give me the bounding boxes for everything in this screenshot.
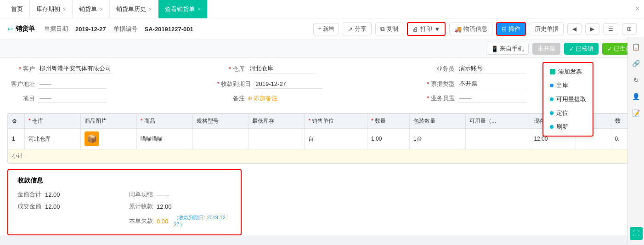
transaction-value: 12.00: [45, 203, 60, 210]
dropdown-menu: 添加发票 出库 可用量提取 定位 刷新: [542, 62, 593, 137]
current-due-label: 本单欠款: [129, 217, 153, 225]
add-remark-button[interactable]: ⊕ 添加备注: [248, 94, 278, 103]
tab-inventory-init[interactable]: 库存期初 ×: [30, 0, 73, 18]
action-row: 📱 来自手机 未开票 ✓ 已核销 ✓ 已生效: [0, 40, 644, 58]
right-icon-doc[interactable]: 📋: [630, 40, 643, 53]
tab-home[interactable]: 首页: [5, 0, 30, 18]
right-icon-note[interactable]: 📝: [630, 107, 643, 120]
nav-next-button[interactable]: ▶: [585, 23, 599, 34]
tab-sales-order[interactable]: 销货单 ×: [73, 0, 109, 18]
add-remark-label: 添加备注: [254, 95, 277, 102]
locate-dot-icon: [550, 111, 554, 115]
print-label: 打印: [420, 25, 432, 33]
toolbar: + 新增 ↗ 分享 ⧉ 复制 🖨 打印 ▼ 🚚: [313, 22, 637, 36]
cell-warehouse: 河北仓库: [25, 129, 81, 149]
col-product: 商品: [136, 114, 192, 129]
staff-label: 业务员盂: [427, 94, 455, 103]
right-icon-link[interactable]: 🔗: [630, 57, 643, 70]
nav-prev-button[interactable]: ◀: [567, 23, 582, 34]
verified-button[interactable]: ✓ 已核销: [564, 43, 599, 55]
operation-icon: ⊞: [502, 26, 507, 33]
date-value: 2019-12-27: [75, 26, 106, 33]
history-button[interactable]: 历史单据: [530, 23, 564, 35]
copy-label: 复制: [386, 25, 398, 33]
tab-sales-history[interactable]: 销货单历史 ×: [110, 0, 158, 18]
remark-field: 备注 ⊕ 添加备注: [217, 94, 427, 103]
right-icon-refresh[interactable]: ↻: [630, 74, 643, 86]
cell-img: 📦: [80, 129, 136, 149]
close-icon-4[interactable]: ×: [198, 6, 200, 12]
logistics-button[interactable]: 🚚 物流信息: [449, 23, 492, 35]
outbound-label: 出库: [556, 81, 568, 90]
available-qty-dot-icon: [550, 97, 554, 101]
col-unit: 销售单位: [305, 114, 367, 129]
share-label: 分享: [355, 25, 367, 33]
cell-available: [465, 129, 530, 149]
transaction-item: 成交金额 12.00: [17, 202, 120, 211]
summary-box: 收款信息 金额合计 12.00 同单现结 —— 成交金额 12.00 累计收款 …: [7, 169, 242, 235]
copy-button[interactable]: ⧉ 复制: [375, 23, 403, 35]
warehouse-field: 仓库 河北仓库: [217, 63, 427, 74]
refresh-label: 刷新: [556, 123, 568, 131]
customer-value: 柳州粤港平安气体有限公司: [38, 63, 113, 74]
summary-title: 收款信息: [17, 177, 232, 185]
subtotal-label: 小计: [8, 149, 636, 163]
address-label: 客户地址: [7, 80, 35, 88]
tab-view-sales[interactable]: 查看销货单 ×: [158, 0, 207, 18]
product-table: ⚙ 仓库 商品图片 商品 规格型号 最低库存 销售单位 数量 包装数量 可用量（…: [8, 114, 636, 163]
address-value: ——: [38, 80, 107, 89]
col-available: 可用量（...: [465, 114, 530, 129]
right-icon-user[interactable]: 👤: [630, 90, 643, 103]
dropdown-outbound[interactable]: 出库: [543, 79, 593, 92]
window-close-icon[interactable]: ×: [635, 5, 639, 13]
not-open-button[interactable]: 未开票: [532, 43, 560, 55]
project-value: ——: [38, 94, 107, 103]
from-phone-button[interactable]: 📱 来自手机: [486, 43, 529, 55]
refresh-dot-icon: [550, 125, 554, 129]
cell-spec: [192, 129, 249, 149]
cumulative-label: 累计收款: [129, 202, 153, 211]
history-label: 历史单据: [535, 25, 559, 33]
cell-min-stock: [249, 129, 305, 149]
print-dropdown-arrow[interactable]: ▼: [434, 26, 440, 33]
copy-icon: ⧉: [380, 25, 384, 33]
cell-qty: 1.00: [367, 129, 410, 149]
col-pkg-qty: 包装数量: [409, 114, 465, 129]
dropdown-available-qty[interactable]: 可用量提取: [543, 92, 593, 106]
not-open-label: 未开票: [537, 45, 555, 53]
due-date-field: 收款到期日 2019-12-27: [217, 80, 427, 89]
tab-view-sales-label: 查看销货单: [165, 5, 195, 13]
operation-label: 操作: [508, 25, 520, 33]
view-list-button[interactable]: ☰: [603, 23, 618, 34]
current-due-value: 0.00: [157, 218, 168, 225]
staff-field: 业务员盂 ——: [427, 94, 637, 103]
dropdown-locate[interactable]: 定位: [543, 106, 593, 120]
col-warehouse: 仓库: [25, 114, 81, 129]
cell-pkg-qty: 1台: [409, 129, 465, 149]
right-panel: 📋 🔗 ↻ 👤 📝 ⛶: [627, 37, 644, 244]
print-button[interactable]: 🖨 打印 ▼: [407, 22, 446, 36]
view-grid-button[interactable]: ⊞: [622, 23, 637, 34]
warehouse-label: 仓库: [217, 65, 245, 73]
staff-value: ——: [458, 94, 526, 103]
operation-button[interactable]: ⊞ 操作: [496, 22, 526, 36]
dropdown-refresh[interactable]: 刷新: [543, 120, 593, 134]
customer-label: 客户: [7, 65, 35, 73]
right-icon-expand[interactable]: ⛶: [630, 227, 643, 240]
col-img: 商品图片: [80, 114, 136, 129]
close-icon-3[interactable]: ×: [149, 6, 152, 12]
plus-icon: ⊕: [248, 95, 252, 102]
share-button[interactable]: ↗ 分享: [343, 23, 372, 35]
cell-unit: 台: [305, 129, 367, 149]
doc-title: 销货单: [16, 25, 35, 33]
address-field: 客户地址 ——: [7, 80, 217, 89]
tab-bar: 首页 库存期初 × 销货单 × 销货单历史 × 查看销货单 × ×: [0, 0, 644, 18]
close-icon-2[interactable]: ×: [100, 6, 102, 12]
total-amount-value: 12.00: [45, 191, 60, 198]
new-button[interactable]: + 新增: [313, 23, 339, 35]
table-header-row: ⚙ 仓库 商品图片 商品 规格型号 最低库存 销售单位 数量 包装数量 可用量（…: [8, 114, 636, 129]
due-date-label: 收款到期日: [217, 80, 251, 88]
dropdown-add-invoice[interactable]: 添加发票: [543, 65, 593, 79]
close-icon-1[interactable]: ×: [63, 6, 66, 12]
col-qty: 数量: [367, 114, 410, 129]
